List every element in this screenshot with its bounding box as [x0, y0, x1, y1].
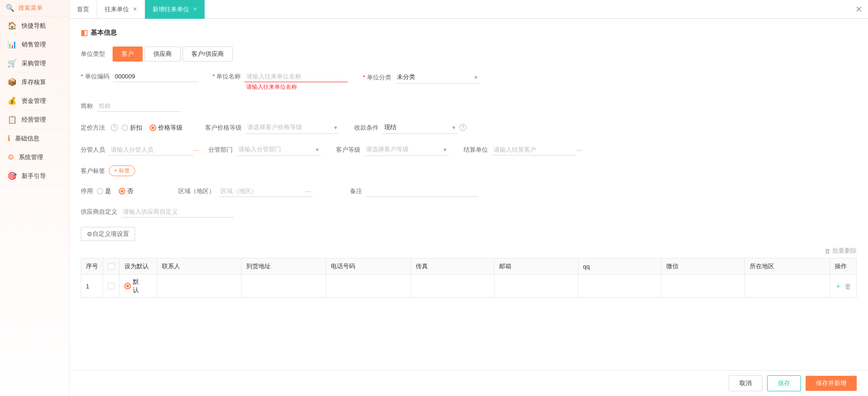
payment-hint-icon[interactable]: ? — [459, 124, 466, 131]
manager-more-button[interactable]: ··· — [191, 146, 201, 154]
cell-phone[interactable] — [326, 275, 411, 298]
supplier-custom-label: 供应商自定义 — [81, 208, 117, 216]
unit-category-select[interactable]: 未分类 ▾ — [395, 71, 480, 84]
tab-new-contact-label: 新增往来单位 — [152, 5, 189, 14]
sidebar-item-label: 系统管理 — [19, 153, 43, 162]
unit-code-input[interactable] — [113, 71, 198, 82]
col-wechat: 微信 — [662, 258, 745, 275]
remark-field: 备注 — [350, 186, 479, 197]
sidebar-item-label: 资金管理 — [22, 97, 46, 105]
sidebar-item-operations[interactable]: 📋 经营管理 — [0, 110, 69, 129]
main-content: 首页 往来单位 ✕ 新增往来单位 ✕ ✕ ◧ 基本信息 单位类型 客户 供应商 … — [69, 0, 868, 396]
pricing-method-label: 定价方法 — [81, 124, 105, 132]
fax-input[interactable] — [416, 283, 489, 290]
table-row: 1 默认 — [81, 275, 857, 298]
payment-terms-label: 收款条件 — [354, 124, 379, 132]
custom-settings-button[interactable]: ⚙ 自定义项设置 — [81, 227, 135, 241]
cell-address[interactable] — [241, 275, 326, 298]
tab-contacts-close[interactable]: ✕ — [133, 6, 137, 12]
sidebar-search[interactable]: 🔍 搜索菜单 — [0, 0, 69, 16]
cell-region[interactable] — [745, 275, 830, 298]
form-row-supplier-custom: 供应商自定义 — [81, 206, 857, 217]
row-checkbox[interactable] — [108, 283, 114, 289]
remark-input[interactable] — [366, 186, 479, 197]
sidebar-item-guide[interactable]: 🎯 新手引导 — [0, 167, 69, 186]
form-row-pricing: 定价方法 ? 折扣 价格等级 客户价格等级 — [81, 121, 857, 134]
payment-terms-select[interactable]: 现结 ▾ — [382, 121, 457, 134]
purchase-icon: 🛒 — [8, 59, 17, 68]
settlement-unit-more-button[interactable]: ··· — [574, 146, 584, 154]
tab-contacts[interactable]: 往来单位 ✕ — [97, 0, 145, 19]
section-title-text: 基本信息 — [91, 29, 117, 37]
save-new-button[interactable]: 保存并新增 — [806, 376, 857, 391]
add-tag-button[interactable]: + 标签 — [109, 165, 135, 176]
sidebar-item-label: 快捷导航 — [22, 22, 46, 30]
unit-type-customer-button[interactable]: 客户 — [113, 47, 143, 62]
pricing-discount-radio[interactable]: 折扣 — [122, 124, 142, 132]
batch-delete-button[interactable]: 🗑 批量删除 — [824, 247, 857, 255]
pricing-price-level-radio[interactable]: 价格等级 — [150, 124, 183, 132]
sidebar-item-purchase[interactable]: 🛒 采购管理 — [0, 54, 69, 73]
qq-input[interactable] — [583, 283, 656, 290]
unit-name-input[interactable] — [244, 71, 348, 82]
tab-home[interactable]: 首页 — [69, 0, 97, 19]
manager-field: 分管人员 ··· — [81, 144, 193, 155]
home-icon: 🏠 — [8, 21, 17, 30]
region-more-button[interactable]: ··· — [303, 187, 312, 195]
set-default-radio[interactable]: 默认 — [124, 278, 145, 295]
unit-type-both-button[interactable]: 客户/供应商 — [183, 47, 233, 62]
manager-label: 分管人员 — [81, 146, 105, 154]
manager-input[interactable] — [109, 144, 191, 155]
disable-label: 停用 — [81, 187, 93, 195]
unit-type-label: 单位类型 — [81, 50, 105, 58]
disable-yes-radio[interactable]: 是 — [97, 187, 111, 195]
email-input[interactable] — [499, 283, 573, 290]
wechat-input[interactable] — [666, 283, 740, 290]
finance-icon: 💰 — [8, 96, 17, 105]
settlement-unit-input[interactable] — [492, 144, 574, 155]
cell-qq[interactable] — [578, 275, 661, 298]
region-input-group: ··· — [219, 186, 312, 197]
pricing-price-level-label: 价格等级 — [158, 124, 183, 132]
delete-row-button[interactable]: 🗑 — [845, 282, 852, 290]
sidebar-item-quicknav[interactable]: 🏠 快捷导航 — [0, 16, 69, 35]
customer-level-select[interactable]: 请选择客户等级 ▾ — [364, 143, 449, 156]
short-name-input[interactable] — [97, 101, 181, 112]
tab-new-contact[interactable]: 新增往来单位 ✕ — [145, 0, 205, 19]
sidebar-item-sales[interactable]: 📊 销售管理 — [0, 35, 69, 54]
disable-yes-circle — [97, 188, 103, 194]
cell-email[interactable] — [495, 275, 578, 298]
sidebar-item-finance[interactable]: 💰 资金管理 — [0, 92, 69, 110]
region-cell-input[interactable] — [750, 283, 825, 290]
customer-tag-label: 客户标签 — [81, 167, 105, 175]
save-button[interactable]: 保存 — [767, 375, 801, 391]
col-address: 到货地址 — [241, 258, 326, 275]
contact-input[interactable] — [162, 283, 236, 290]
unit-type-supplier-button[interactable]: 供应商 — [145, 47, 181, 62]
sidebar-item-basic-info[interactable]: ℹ 基础信息 — [0, 129, 69, 148]
form-row-tag: 客户标签 + 标签 — [81, 165, 857, 176]
select-all-checkbox[interactable] — [108, 263, 114, 270]
address-input[interactable] — [246, 283, 321, 290]
disable-field: 停用 是 否 — [81, 187, 141, 195]
department-select[interactable]: 请输入分管部门 ▾ — [236, 143, 321, 156]
add-row-button[interactable]: ＋ — [835, 282, 842, 291]
phone-input[interactable] — [331, 283, 406, 290]
cancel-button[interactable]: 取消 — [729, 375, 762, 391]
pricing-hint-icon[interactable]: ? — [111, 124, 118, 131]
price-level-radio-circle — [150, 124, 156, 131]
customer-price-level-select[interactable]: 请选择客户价格等级 ▾ — [245, 121, 339, 134]
customer-level-field: 客户等级 请选择客户等级 ▾ — [336, 143, 449, 156]
sidebar-item-system[interactable]: ⚙ 系统管理 — [0, 148, 69, 167]
gear-icon: ⚙ — [8, 153, 14, 162]
cell-fax[interactable] — [411, 275, 494, 298]
supplier-custom-input[interactable] — [121, 206, 234, 217]
disable-no-radio[interactable]: 否 — [119, 187, 133, 195]
cell-wechat[interactable] — [662, 275, 745, 298]
cell-checkbox — [103, 275, 120, 298]
sidebar-item-inventory[interactable]: 📦 库存核算 — [0, 73, 69, 92]
tab-new-contact-close[interactable]: ✕ — [193, 6, 197, 12]
close-all-tabs-button[interactable]: ✕ — [850, 4, 868, 15]
cell-contact[interactable] — [157, 275, 241, 298]
region-input[interactable] — [219, 186, 303, 196]
